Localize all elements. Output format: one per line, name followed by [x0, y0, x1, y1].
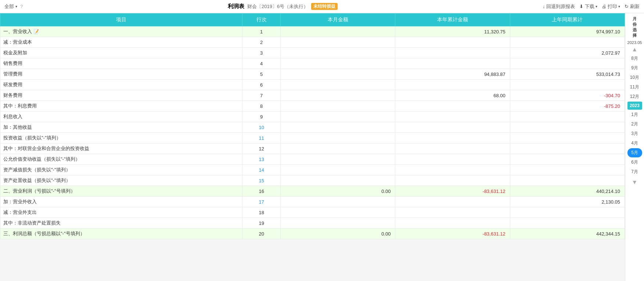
- cell-item: 税金及附加: [0, 48, 242, 58]
- table-row: 其中：对联营企业和合营企业的投资收益 12: [0, 143, 625, 154]
- nav-down-icon[interactable]: ▼: [631, 178, 638, 186]
- nav-up-icon[interactable]: ▲: [631, 45, 638, 54]
- cell-month: [281, 90, 395, 101]
- month-item[interactable]: 12月: [627, 92, 642, 101]
- cell-prev: [510, 122, 625, 133]
- month-item[interactable]: 10月: [627, 73, 642, 82]
- cell-row: 3: [242, 48, 281, 58]
- cell-row: 1: [242, 26, 281, 37]
- cell-prev: [510, 37, 625, 48]
- month-item[interactable]: 1月: [627, 110, 642, 119]
- cell-month: [281, 37, 395, 48]
- cell-prev: 974,997.10: [510, 26, 625, 37]
- month-item[interactable]: 11月: [627, 83, 642, 92]
- cell-item: 资产处置收益（损失以"-"填列）: [0, 175, 242, 186]
- month-item[interactable]: 4月: [627, 139, 642, 148]
- cell-month: [281, 197, 395, 207]
- cell-row: 8: [242, 101, 281, 112]
- cell-year: [395, 112, 510, 122]
- cell-item: 其中：非流动资产处置损失: [0, 218, 242, 229]
- header-item: 项目: [0, 14, 242, 26]
- cell-month: 0.00: [281, 186, 395, 197]
- back-button[interactable]: ↓ 回退到原报表: [543, 3, 575, 10]
- month-item[interactable]: 2月: [627, 120, 642, 129]
- month-item[interactable]: 5月: [627, 148, 642, 157]
- cell-year: -83,631.12: [395, 186, 510, 197]
- top-bar-right: ↓ 回退到原报表 ⬇ 下载 ▾ 🖨 打印 ▾ ↻ 刷新: [543, 3, 640, 10]
- month-item[interactable]: 3月: [627, 129, 642, 138]
- cell-row: 14: [242, 165, 281, 175]
- cell-row: 13: [242, 154, 281, 165]
- table-row: 财务费用 7 68.00 -304.70: [0, 90, 625, 101]
- cell-year: [395, 197, 510, 207]
- table-row: 加：营业外收入 17 2,130.05: [0, 197, 625, 207]
- cell-prev: [510, 175, 625, 186]
- cell-prev: 2,072.97: [510, 48, 625, 58]
- cell-row: 4: [242, 58, 281, 69]
- table-row: 管理费用 5 94,883.87 533,014.73: [0, 69, 625, 80]
- cell-item: 公允价值变动收益（损失以"-"填列）: [0, 154, 242, 165]
- cell-month: [281, 26, 395, 37]
- cell-prev: [510, 154, 625, 165]
- all-selector[interactable]: 全部 ▾: [4, 3, 17, 10]
- cell-year: 68.00: [395, 90, 510, 101]
- cell-year: 94,883.87: [395, 69, 510, 80]
- report-meta: 财会〔2019〕6号（未执行）: [247, 3, 308, 10]
- cell-month: [281, 218, 395, 229]
- month-item[interactable]: 9月: [627, 63, 642, 73]
- table-row: 一、营业收入📝 1 11,320.75 974,997.10: [0, 26, 625, 37]
- table-row: 减：营业外支出 18: [0, 207, 625, 218]
- cell-row: 6: [242, 80, 281, 90]
- cell-month: [281, 69, 395, 80]
- cell-prev: [510, 80, 625, 90]
- cell-item: 其中：对联营企业和合营企业的投资收益: [0, 143, 242, 154]
- cell-item: 三、利润总额（亏损总额以"-"号填列）: [0, 229, 242, 239]
- cell-year: [395, 122, 510, 133]
- cell-item: 资产减值损失（损失以"-"填列）: [0, 165, 242, 175]
- month-item[interactable]: 2023: [627, 102, 642, 110]
- edit-icon[interactable]: 📝: [33, 29, 39, 34]
- cell-row: 2: [242, 37, 281, 48]
- right-sidebar: 月份选择 2023.05 ▲ 8月9月10月11月12月20231月2月3月4月…: [625, 13, 644, 281]
- cell-item: 二、营业利润（亏损以"-"号填列）: [0, 186, 242, 197]
- table-row: 投资收益（损失以"-"填列） 11: [0, 133, 625, 143]
- download-button[interactable]: ⬇ 下载 ▾: [579, 3, 597, 10]
- cell-row: 5: [242, 69, 281, 80]
- month-item[interactable]: 8月: [627, 54, 642, 63]
- cell-prev: 442,344.15: [510, 229, 625, 239]
- top-bar-center: 利润表 财会〔2019〕6号（未执行） 未结转损益: [228, 3, 338, 10]
- cell-month: 0.00: [281, 229, 395, 239]
- refresh-button[interactable]: ↻ 刷新: [625, 3, 640, 10]
- cell-item: 减：营业成本: [0, 37, 242, 48]
- cell-item: 加：其他收益: [0, 122, 242, 133]
- cell-year: -83,631.12: [395, 229, 510, 239]
- table-row: 公允价值变动收益（损失以"-"填列） 13: [0, 154, 625, 165]
- cell-item: 研发费用: [0, 80, 242, 90]
- print-button[interactable]: 🖨 打印 ▾: [602, 3, 620, 10]
- header-row: 行次: [242, 14, 281, 26]
- all-selector-label: 全部: [4, 3, 14, 10]
- cell-row: 16: [242, 186, 281, 197]
- table-row: 加：其他收益 10: [0, 122, 625, 133]
- help-icon[interactable]: ?: [20, 4, 23, 9]
- cell-month: [281, 143, 395, 154]
- table-row: 二、营业利润（亏损以"-"号填列） 16 0.00 -83,631.12 440…: [0, 186, 625, 197]
- cell-prev: [510, 133, 625, 143]
- month-item[interactable]: 7月: [627, 167, 642, 176]
- cell-year: [395, 58, 510, 69]
- report-table: 项目 行次 本月金额 本年累计金额 上年同期累计 一、营业收入📝 1 11,32…: [0, 13, 625, 239]
- cell-prev: [510, 207, 625, 218]
- cell-item: 加：营业外收入: [0, 197, 242, 207]
- table-row: 其中：非流动资产处置损失 19: [0, 218, 625, 229]
- month-item[interactable]: 6月: [627, 158, 642, 167]
- cell-prev: -304.70: [510, 90, 625, 101]
- table-row: 税金及附加 3 2,072.97: [0, 48, 625, 58]
- cell-year: [395, 80, 510, 90]
- table-row: 资产处置收益（损失以"-"填列） 15: [0, 175, 625, 186]
- cell-month: [281, 133, 395, 143]
- cell-month: [281, 165, 395, 175]
- cell-year: [395, 143, 510, 154]
- table-row: 利息收入 9: [0, 112, 625, 122]
- cell-item: 销售费用: [0, 58, 242, 69]
- cell-prev: [510, 165, 625, 175]
